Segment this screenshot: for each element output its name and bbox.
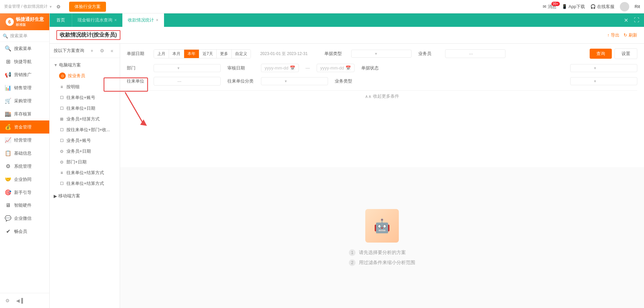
sidebar-item-beginner[interactable]: 🎯 新手引导 (0, 186, 49, 199)
search-menu-icon: 🔍 (5, 45, 11, 52)
scheme-icon-9: ☐ (59, 181, 64, 186)
trial-btn[interactable]: 体验行业方案 (69, 2, 106, 12)
date-tab-custom[interactable]: 自定义 (232, 50, 251, 58)
scheme-item-5[interactable]: ☐ 业务员+账号 (50, 135, 120, 146)
scheme-label-7: 部门+日期 (66, 159, 87, 165)
collapse-more-btn[interactable]: ∧∧ 收起更多条件 (127, 90, 637, 102)
sidebar-item-inventory[interactable]: 🏬 库存核算 (0, 107, 49, 120)
sidebar-item-hardware[interactable]: 🖥 智能硬件 (0, 199, 49, 212)
tab-receipt-stat-close[interactable]: × (156, 18, 158, 22)
dept-select[interactable]: ▾ (154, 64, 221, 72)
tab-close-all-btn[interactable]: ✕ (621, 15, 631, 25)
active-scheme-icon: ⊙ (59, 72, 66, 79)
scheme-item-2[interactable]: ☐ 往来单位+日期 (50, 103, 120, 114)
sidebar-item-label: 智能硬件 (14, 202, 32, 208)
finance-icon: 💰 (5, 124, 11, 130)
sales-icon: 📊 (5, 85, 11, 91)
partner-category-select[interactable]: ▾ (261, 77, 328, 85)
filter-wrapper: 单据日期 上月 本月 本年 近7天 更多 自定义 2023-01-01 至 20… (120, 44, 644, 308)
online-service-btn[interactable]: 🎧 在线客服 (590, 4, 614, 10)
salesman-more-icon[interactable]: ··· (469, 51, 473, 56)
voucher-type-select[interactable]: ▾ (351, 50, 412, 58)
scheme-item-0[interactable]: ≡ 按明细 (50, 82, 120, 92)
add-scheme-btn[interactable]: + (88, 47, 96, 54)
sidebar-item-label: 采购管理 (14, 98, 32, 104)
review-date-start[interactable]: yyyy-mm-dd 📅 (261, 64, 299, 72)
sidebar-item-enterprise[interactable]: 🤝 企业协同 (0, 173, 49, 186)
tab-bar-right: ✕ ⛶ (619, 13, 644, 27)
sidebar-item-finance[interactable]: 💰 资金管理 (0, 120, 49, 134)
sidebar-item-marketing[interactable]: 📢 营销推广 (0, 68, 49, 81)
tab-receipt-stat[interactable]: 收款情况统计 × (122, 13, 164, 27)
date-range-text: 2023-01-01 至 2023-12-31 (260, 51, 308, 57)
refresh-btn[interactable]: ↻ 刷新 (624, 32, 637, 38)
scheme-label-1: 往来单位+账号 (66, 95, 95, 101)
sidebar-item-sales[interactable]: 📊 销售管理 (0, 81, 49, 94)
scheme-settings-btn[interactable]: ⚙ (98, 47, 106, 54)
scheme-item-7[interactable]: ⊙ 部门+日期 (50, 157, 120, 167)
scheme-item-active[interactable]: ⊙ 按业务员 (50, 70, 120, 82)
partner-more-icon[interactable]: ··· (177, 79, 181, 84)
tab-home[interactable]: 首页 (50, 13, 72, 27)
sidebar-item-purchase[interactable]: 🛒 采购管理 (0, 94, 49, 107)
sidebar-item-system[interactable]: ⚙ 系统管理 (0, 160, 49, 173)
app-download-btn[interactable]: 📱 App下载 (562, 4, 585, 10)
calendar-icon: 📅 (290, 65, 295, 70)
sidebar-item-search[interactable]: 🔍 搜索菜单 (0, 42, 49, 55)
tab-maximize-btn[interactable]: ⛶ (632, 15, 641, 25)
sidebar-item-quicknav[interactable]: ⊞ 快捷导航 (0, 55, 49, 68)
scheme-item-9[interactable]: ☐ 往来单位+结算方式 (50, 178, 120, 189)
review-date-end[interactable]: yyyy-mm-dd 📅 (317, 64, 355, 72)
collapse-panel-btn[interactable]: « (108, 47, 116, 54)
refresh-icon: ↻ (624, 33, 627, 38)
settings-bottom-btn[interactable]: ⚙ (3, 296, 12, 305)
date-tab-7days[interactable]: 近7天 (199, 50, 217, 58)
search-label: 搜索菜单 (10, 33, 28, 39)
logo-icon: 6 (6, 18, 14, 26)
mobile-scheme-header[interactable]: ▶ 移动端方案 (50, 191, 120, 201)
vip-icon: ✔ (5, 228, 11, 235)
voucher-status-select[interactable]: ▾ (570, 64, 637, 72)
sidebar-item-label: 库存核算 (14, 111, 32, 117)
breadcrumb-area: 资金管理 / 收款情况统计 ▾ ⚙ 体验行业方案 (4, 2, 543, 12)
scheme-icon-0: ≡ (59, 84, 64, 90)
desktop-scheme-header[interactable]: ▼ 电脑端方案 (50, 60, 120, 70)
scheme-item-8[interactable]: ≡ 往来单位+结算方式 (50, 167, 120, 178)
salesman-select[interactable]: ··· (445, 49, 505, 58)
scheme-item-1[interactable]: ☐ 往来单位+账号 (50, 92, 120, 103)
sidebar-item-operations[interactable]: 📈 经营管理 (0, 134, 49, 147)
query-btn[interactable]: 查询 (590, 49, 612, 59)
dept-label: 部门 (127, 65, 147, 71)
scheme-item-6[interactable]: ⊙ 业务员+日期 (50, 146, 120, 157)
scheme-item-3[interactable]: ⊞ 业务员+结算方式 (50, 114, 120, 124)
date-tab-thisyear[interactable]: 本年 (184, 50, 199, 58)
scheme-icon-2: ☐ (59, 106, 64, 111)
tab-bank-flow[interactable]: 现金银行流水查询 × (72, 13, 122, 27)
scheme-label-2: 往来单位+日期 (66, 105, 95, 111)
partner-select[interactable]: ··· (154, 77, 221, 86)
hardware-icon: 🖥 (5, 202, 11, 208)
sidebar-item-wechat[interactable]: 💬 企业微信 (0, 212, 49, 225)
top-header: 资金管理 / 收款情况统计 ▾ ⚙ 体验行业方案 ✉ 消息 99+ 📱 App下… (0, 0, 644, 13)
date-tab-lastmonth[interactable]: 上月 (154, 50, 169, 58)
date-placeholder-end: yyyy-mm-dd (320, 65, 344, 70)
tab-bar: 首页 现金银行流水查询 × 收款情况统计 × ✕ ⛶ (50, 13, 644, 27)
empty-state-area: 🤖 1 请先选择要分析的方案 2 用过滤条件来缩小分析范围 (120, 167, 644, 308)
filter-settings-btn[interactable]: 设置 (614, 48, 637, 59)
tab-bank-flow-close[interactable]: × (114, 18, 117, 22)
sidebar-bottom: ⚙ ◀▐ (0, 293, 49, 308)
biz-type-select[interactable]: ▾ (570, 77, 637, 85)
export-btn[interactable]: ↑ 导出 (607, 32, 620, 38)
filter-row-1: 单据日期 上月 本月 本年 近7天 更多 自定义 2023-01-01 至 20… (127, 48, 637, 59)
settings-icon[interactable]: ⚙ (54, 2, 63, 11)
message-btn[interactable]: ✉ 消息 99+ (543, 4, 556, 10)
date-tab-thismonth[interactable]: 本月 (169, 50, 184, 58)
collapse-sidebar-btn[interactable]: ◀▐ (15, 296, 24, 305)
sidebar-item-vip[interactable]: ✔ 畅会员 (0, 225, 49, 238)
step-num-1: 1 (349, 249, 356, 256)
date-tab-more[interactable]: 更多 (217, 50, 232, 58)
avatar[interactable] (620, 2, 629, 11)
scheme-item-4[interactable]: ☐ 按往来单位+部门+收... (50, 124, 120, 135)
sidebar-item-basic-info[interactable]: 📋 基础信息 (0, 147, 49, 160)
sidebar-search[interactable]: 🔍 搜索菜单 (0, 30, 49, 42)
